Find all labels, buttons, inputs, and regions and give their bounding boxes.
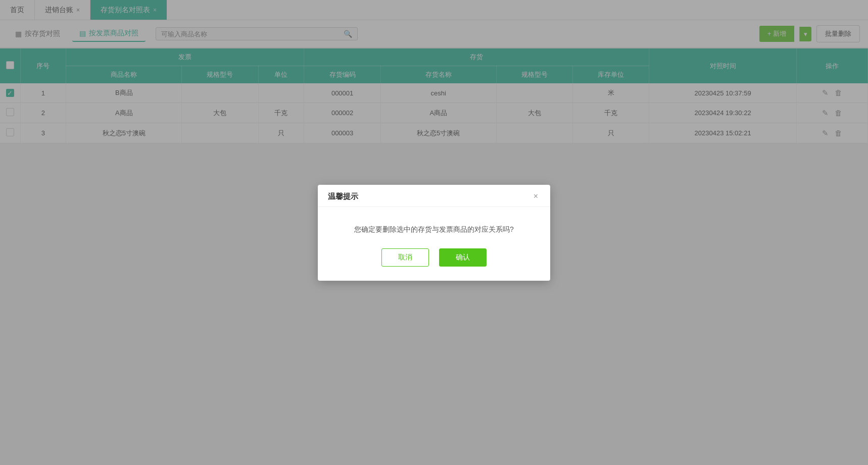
modal-overlay: 温馨提示 × 您确定要删除选中的存货与发票商品的对应关系吗? 取消 确认 bbox=[0, 0, 868, 143]
